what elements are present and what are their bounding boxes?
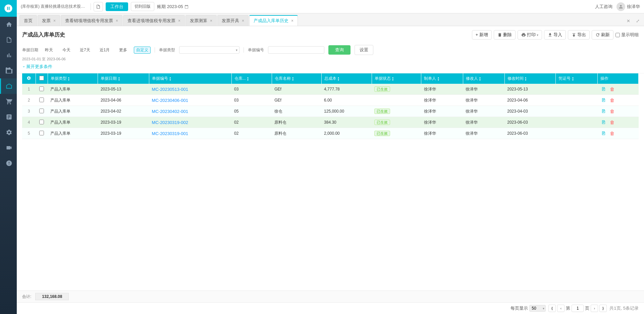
cell-number-link[interactable]: MC-20230406-001 bbox=[152, 98, 188, 103]
print-button[interactable]: 打印 ▾ bbox=[518, 30, 542, 40]
row-checkbox[interactable] bbox=[39, 120, 44, 124]
tab-input-vat[interactable]: 查看进项增值税专用发票 × bbox=[123, 15, 185, 26]
sidebar-item-extra[interactable] bbox=[0, 155, 17, 171]
show-detail-checkbox[interactable] bbox=[615, 33, 620, 37]
edit-icon[interactable]: 🖹 bbox=[600, 97, 607, 104]
cell-checkbox[interactable] bbox=[36, 84, 48, 95]
cell-status: 已生效 bbox=[372, 117, 421, 128]
tab-close-invoice[interactable]: × bbox=[53, 18, 56, 23]
filter-today-btn[interactable]: 今天 bbox=[60, 47, 73, 54]
cell-type: 产品入库单 bbox=[48, 84, 98, 95]
workbench-button[interactable]: 工作台 bbox=[106, 2, 128, 11]
tab-close-invoice-open[interactable]: × bbox=[242, 18, 244, 23]
tab-expand-btn[interactable]: ⤢ bbox=[634, 17, 641, 24]
delete-icon[interactable]: 🗑 bbox=[609, 119, 615, 126]
filter-more-btn[interactable]: 更多 bbox=[116, 47, 130, 54]
cell-number-link[interactable]: MC-20230319-002 bbox=[152, 120, 188, 125]
th-number[interactable]: 单据编号▲▼ bbox=[149, 73, 231, 84]
row-checkbox[interactable] bbox=[39, 131, 44, 135]
cell-modify-time: 2023-06-03 bbox=[504, 117, 556, 128]
history-button[interactable]: 切到旧版 bbox=[131, 2, 154, 11]
filter-1month-btn[interactable]: 近1月 bbox=[97, 47, 113, 54]
new-button[interactable]: + 新增 bbox=[472, 30, 492, 40]
pagination: 每页显示 20 50 100 ▾ ⟪ ‹ 第 页 › ⟫ 共 bbox=[17, 302, 644, 314]
th-voucher[interactable]: 凭证号▲▼ bbox=[556, 73, 597, 84]
cell-checkbox[interactable] bbox=[36, 128, 48, 139]
cell-checkbox[interactable] bbox=[36, 117, 48, 128]
tab-close-input-vat[interactable]: × bbox=[178, 18, 180, 23]
row-checkbox[interactable] bbox=[39, 86, 44, 91]
refresh-button[interactable]: 刷新 bbox=[592, 30, 613, 40]
edit-icon[interactable]: 🖹 bbox=[600, 119, 607, 126]
page-next-btn[interactable]: › bbox=[591, 305, 598, 312]
cell-number-link[interactable]: MC-20230319-001 bbox=[152, 131, 188, 136]
sidebar-item-warehouse[interactable] bbox=[0, 78, 17, 94]
show-detail-check[interactable]: 显示明细 bbox=[615, 32, 639, 38]
row-checkbox[interactable] bbox=[39, 109, 44, 113]
th-modify-time[interactable]: 修改时间▲▼ bbox=[504, 73, 556, 84]
tab-invoice-calc[interactable]: 发票测算 × bbox=[185, 15, 217, 26]
cell-checkbox[interactable] bbox=[36, 106, 48, 117]
page-first-btn[interactable]: ⟪ bbox=[548, 305, 556, 312]
type-select[interactable] bbox=[179, 46, 239, 54]
filter-yesterday-btn[interactable]: 昨天 bbox=[42, 47, 56, 54]
th-date[interactable]: 单据日期▲▼ bbox=[98, 73, 149, 84]
page-prev-btn[interactable]: ‹ bbox=[557, 305, 565, 312]
row-checkbox[interactable] bbox=[39, 98, 44, 102]
delete-icon[interactable]: 🗑 bbox=[609, 108, 615, 115]
doc-icon-btn[interactable] bbox=[94, 2, 103, 11]
tab-close-product-history[interactable]: × bbox=[291, 18, 293, 23]
filter-7days-btn[interactable]: 近7天 bbox=[77, 47, 93, 54]
page-size-select[interactable]: 20 50 100 bbox=[529, 305, 546, 312]
sidebar-item-document[interactable] bbox=[0, 32, 17, 48]
sidebar-item-purchase[interactable] bbox=[0, 94, 17, 109]
tab-sales-vat[interactable]: 查看销项增值税专用发票 × bbox=[61, 15, 122, 26]
delete-icon[interactable]: 🗑 bbox=[609, 97, 615, 104]
sidebar-item-home[interactable] bbox=[0, 17, 17, 32]
import-button[interactable]: 导入 bbox=[544, 30, 566, 40]
export-button[interactable]: 导出 bbox=[568, 30, 590, 40]
query-button[interactable]: 查询 bbox=[328, 45, 351, 55]
th-creator[interactable]: 制单人▲▼ bbox=[421, 73, 463, 84]
delete-icon[interactable]: 🗑 bbox=[609, 86, 615, 92]
cell-number-link[interactable]: MC-20230402-001 bbox=[152, 109, 188, 114]
th-checkbox[interactable] bbox=[36, 73, 48, 84]
sidebar-item-inventory[interactable] bbox=[0, 63, 17, 78]
filter-custom-btn[interactable]: 自定义 bbox=[134, 47, 151, 54]
select-all-checkbox[interactable] bbox=[39, 76, 44, 80]
delete-button[interactable]: 删除 bbox=[494, 30, 516, 40]
tab-home[interactable]: 首页 bbox=[19, 15, 37, 26]
table-row: 4产品入库单2023-03-19MC-20230319-00202原料仓384.… bbox=[22, 117, 639, 128]
page-last-btn[interactable]: ⟫ bbox=[599, 305, 607, 312]
th-wh-name[interactable]: 仓库名称▲▼ bbox=[272, 73, 321, 84]
number-input[interactable] bbox=[268, 46, 324, 54]
cell-action: 🖹🗑 bbox=[597, 128, 638, 139]
th-modifier[interactable]: 修改人▲▼ bbox=[463, 73, 504, 84]
tab-product-history[interactable]: 产成品入库单历史 × bbox=[249, 15, 298, 26]
page-input[interactable] bbox=[572, 305, 584, 312]
tab-invoice-open[interactable]: 发票开具 × bbox=[217, 15, 249, 26]
edit-icon[interactable]: 🖹 bbox=[600, 130, 607, 137]
sidebar-item-chart[interactable] bbox=[0, 48, 17, 63]
th-cost[interactable]: 总成本▲▼ bbox=[321, 73, 372, 84]
tab-close-all-btn[interactable]: ✕ bbox=[625, 17, 632, 24]
tab-close-invoice-calc[interactable]: × bbox=[210, 18, 212, 23]
edit-icon[interactable]: 🖹 bbox=[600, 86, 607, 92]
tab-invoice[interactable]: 发票 × bbox=[38, 15, 60, 26]
cell-checkbox[interactable] bbox=[36, 95, 48, 106]
edit-icon[interactable]: 🖹 bbox=[600, 108, 607, 115]
th-type[interactable]: 单据类型▲▼ bbox=[48, 73, 98, 84]
th-settings[interactable] bbox=[22, 73, 36, 84]
cell-type: 产品入库单 bbox=[48, 128, 98, 139]
delete-icon[interactable]: 🗑 bbox=[609, 130, 615, 137]
cell-number-link[interactable]: MC-20230513-001 bbox=[152, 87, 188, 92]
th-wh-code[interactable]: 仓库...▲▼ bbox=[231, 73, 272, 84]
expand-btn[interactable]: 展开更多条件 bbox=[22, 63, 639, 70]
th-status[interactable]: 单据状态▲▼ bbox=[372, 73, 421, 84]
tab-close-sales-vat[interactable]: × bbox=[116, 18, 118, 23]
sidebar-item-reports[interactable] bbox=[0, 109, 17, 125]
set-button[interactable]: 设置 bbox=[355, 45, 373, 55]
cell-status: 已生效 bbox=[372, 106, 421, 117]
sidebar-item-video[interactable] bbox=[0, 140, 17, 155]
sidebar-item-settings[interactable] bbox=[0, 125, 17, 140]
